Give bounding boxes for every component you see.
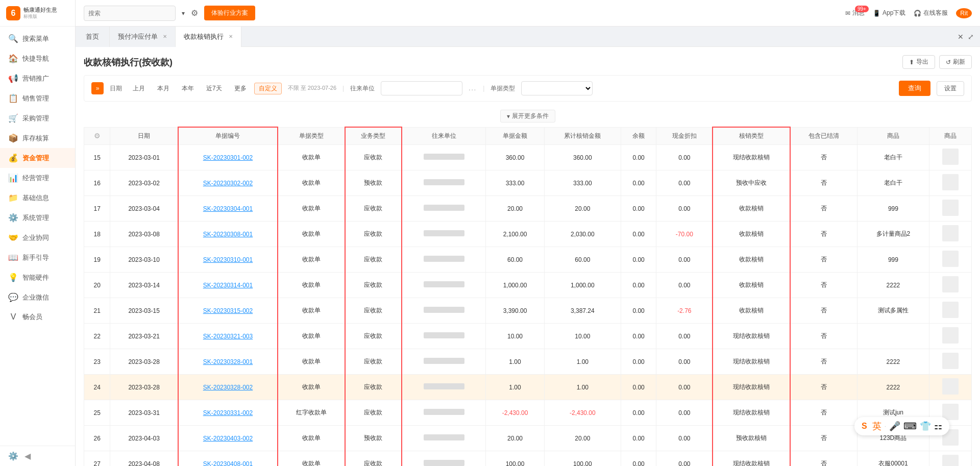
prepay-tab-label: 预付冲应付单 xyxy=(118,32,158,41)
date-btn-this-year[interactable]: 本年 xyxy=(177,83,199,94)
cell-bill-no: SK-20230304-001 xyxy=(178,196,278,222)
bill-no-link[interactable]: SK-20230328-001 xyxy=(203,358,253,365)
bill-no-link[interactable]: SK-20230408-001 xyxy=(203,460,253,467)
date-btn-last-month[interactable]: 上月 xyxy=(128,83,150,94)
sidebar-item-guide[interactable]: 📖新手引导 xyxy=(0,248,75,267)
date-btn-more[interactable]: 更多 xyxy=(230,83,251,94)
filter-expand-btn[interactable]: » xyxy=(91,82,104,94)
more-dots[interactable]: ... xyxy=(469,85,477,92)
cell-balance: 0.00 xyxy=(621,196,656,222)
logo-icon: 6 xyxy=(6,6,20,20)
cell-included: 否 xyxy=(790,298,857,324)
close-window-icon[interactable]: ✕ xyxy=(958,33,964,41)
tab-receipt[interactable]: 收款核销执行 ✕ xyxy=(176,27,241,47)
col-discount[interactable]: 现金折扣 xyxy=(656,127,713,145)
voucher-type-select[interactable] xyxy=(521,81,593,95)
export-btn[interactable]: ⬆ 导出 xyxy=(902,55,935,69)
query-btn[interactable]: 查询 xyxy=(899,81,930,96)
collapse-icon[interactable]: ◀ xyxy=(24,451,31,461)
col-verify-type[interactable]: 核销类型 xyxy=(713,127,790,145)
date-btn-this-month[interactable]: 本月 xyxy=(153,83,174,94)
header-dropdown[interactable]: ▾ xyxy=(182,10,185,17)
industry-btn[interactable]: 体验行业方案 xyxy=(204,6,255,20)
bill-no-link[interactable]: SK-20230315-002 xyxy=(203,307,253,314)
header-gear-icon[interactable]: ⚙ xyxy=(191,8,198,18)
message-btn[interactable]: ✉ 消息 99+ xyxy=(845,9,865,17)
float-apps-icon[interactable]: ⚏ xyxy=(934,421,942,432)
settings-icon[interactable]: ⚙️ xyxy=(8,451,18,461)
sidebar-item-enterprise[interactable]: 🤝企业协同 xyxy=(0,228,75,248)
page-title: 收款核销执行(按收款) xyxy=(84,56,173,68)
bill-no-link[interactable]: SK-20230321-003 xyxy=(203,333,253,340)
tab-prepay[interactable]: 预付冲应付单 ✕ xyxy=(110,27,176,47)
bill-no-link[interactable]: SK-20230310-001 xyxy=(203,256,253,263)
cell-biz-type: 应收款 xyxy=(345,324,402,349)
date-label: 日期 xyxy=(110,84,122,93)
bill-no-link[interactable]: SK-20230328-002 xyxy=(203,384,253,391)
bill-no-link[interactable]: SK-20230308-001 xyxy=(203,231,253,238)
filter-bar: » 日期 上月 本月 本年 近7天 更多 自定义 不限 至 2023-07-26… xyxy=(84,75,972,102)
col-settings[interactable]: ⚙ xyxy=(84,127,110,145)
date-btn-7days[interactable]: 近7天 xyxy=(202,83,227,94)
cell-amount: 100.00 xyxy=(486,451,544,467)
refresh-btn[interactable]: ↺ 刷新 xyxy=(939,55,972,69)
col-biz-type[interactable]: 业务类型 xyxy=(345,127,402,145)
sidebar-item-purchase[interactable]: 🛒采购管理 xyxy=(0,108,75,128)
float-translate-icon[interactable]: 英 xyxy=(872,420,881,432)
col-goods2[interactable]: 商品 xyxy=(929,127,972,145)
bill-no-link[interactable]: SK-20230331-002 xyxy=(203,409,253,416)
app-download-btn[interactable]: 📱 App下载 xyxy=(873,9,905,17)
date-btn-custom[interactable]: 自定义 xyxy=(254,83,282,94)
sidebar-item-search[interactable]: 🔍搜索菜单 xyxy=(0,29,75,48)
user-avatar[interactable]: Rit xyxy=(956,8,972,18)
tab-home[interactable]: 首页 xyxy=(76,27,110,47)
sidebar-item-operation[interactable]: 📊经营管理 xyxy=(0,168,75,188)
float-keyboard-icon[interactable]: ⌨ xyxy=(903,421,917,432)
col-balance[interactable]: 余额 xyxy=(621,127,656,145)
cell-bill-no: SK-20230308-001 xyxy=(178,222,278,247)
header-search-input[interactable] xyxy=(84,6,176,21)
bill-no-link[interactable]: SK-20230304-001 xyxy=(203,205,253,212)
receipt-tab-close-icon[interactable]: ✕ xyxy=(229,34,233,39)
sidebar-logo: 6 畅康通好生意 标推版 xyxy=(0,0,75,27)
col-bill-no[interactable]: 单据编号 xyxy=(178,127,278,145)
cell-balance: 0.00 xyxy=(621,349,656,375)
col-included[interactable]: 包含已结清 xyxy=(790,127,857,145)
online-service-btn[interactable]: 🎧 在线客服 xyxy=(914,9,948,17)
sidebar-item-sales[interactable]: 📋销售管理 xyxy=(0,88,75,108)
col-amount[interactable]: 单据金额 xyxy=(486,127,544,145)
sidebar-item-wechat[interactable]: 💬企业微信 xyxy=(0,287,75,307)
float-mic-icon[interactable]: 🎤 xyxy=(889,421,900,432)
maximize-icon[interactable]: ⤢ xyxy=(968,33,974,41)
cell-bill-type: 收款单 xyxy=(278,247,345,273)
sidebar-item-finance[interactable]: 💰资金管理 xyxy=(0,148,75,168)
col-goods1[interactable]: 商品 xyxy=(857,127,929,145)
bill-no-link[interactable]: SK-20230302-002 xyxy=(203,180,253,187)
cell-balance: 0.00 xyxy=(621,426,656,451)
col-customer[interactable]: 往来单位 xyxy=(402,127,486,145)
col-verified[interactable]: 累计核销金额 xyxy=(544,127,621,145)
bill-no-link[interactable]: SK-20230314-001 xyxy=(203,282,253,289)
customer-input[interactable] xyxy=(381,81,462,95)
filter-settings-btn[interactable]: 设置 xyxy=(937,81,964,96)
sidebar-item-quicknav[interactable]: 🏠快捷导航 xyxy=(0,48,75,68)
bill-no-link[interactable]: SK-20230301-002 xyxy=(203,154,253,161)
float-tshirt-icon[interactable]: 👕 xyxy=(920,421,931,432)
expand-more-btn[interactable]: ▾ 展开更多条件 xyxy=(500,110,555,122)
sidebar-item-system[interactable]: ⚙️系统管理 xyxy=(0,208,75,228)
cell-bill-type: 收款单 xyxy=(278,451,345,467)
headset-icon: 🎧 xyxy=(914,10,921,17)
float-logo: S xyxy=(862,422,867,431)
sidebar-item-basic[interactable]: 📁基础信息 xyxy=(0,188,75,208)
prepay-tab-close-icon[interactable]: ✕ xyxy=(163,34,167,39)
col-date[interactable]: 日期 xyxy=(110,127,178,145)
sidebar-item-hardware[interactable]: 💡智能硬件 xyxy=(0,267,75,287)
marketing-icon: 📢 xyxy=(8,73,18,83)
col-bill-type[interactable]: 单据类型 xyxy=(278,127,345,145)
sidebar-label-system: 系统管理 xyxy=(22,213,49,223)
sidebar-item-marketing[interactable]: 📢营销推广 xyxy=(0,68,75,88)
sidebar-item-member[interactable]: V畅会员 xyxy=(0,307,75,327)
sidebar-item-inventory[interactable]: 📦库存核算 xyxy=(0,128,75,148)
cell-biz-type: 应收款 xyxy=(345,298,402,324)
bill-no-link[interactable]: SK-20230403-002 xyxy=(203,435,253,442)
